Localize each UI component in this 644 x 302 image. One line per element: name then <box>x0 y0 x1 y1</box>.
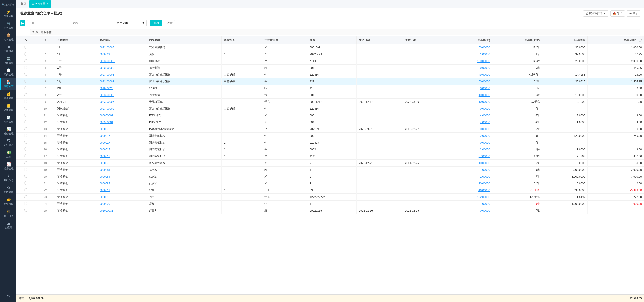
row-checkbox[interactable] <box>16 71 36 78</box>
sidebar-item-basic-info[interactable]: ℹ 基础信息 <box>0 172 16 184</box>
sidebar-item-cloud[interactable]: ☁ 云应用 <box>0 219 16 231</box>
row-unit-cost: 1.8197 <box>542 194 588 201</box>
sidebar-item-finance[interactable]: 💰 资金管理 <box>0 90 16 102</box>
row-checkbox[interactable] <box>16 105 36 112</box>
row-checkbox[interactable] <box>16 99 36 105</box>
row-unit: 支 <box>262 160 307 167</box>
filter-expand-button[interactable]: ▶ <box>20 20 25 26</box>
page-header: 现存量查询(按仓库＋批次) 🖨 按模板打印 ▼ 📤 导出 👁 显示 <box>16 8 644 18</box>
row-unit-cost: 120.0000 <box>542 132 588 139</box>
row-goods-code: 0000017 <box>97 153 147 160</box>
total-cost-info-icon[interactable]: i <box>638 39 642 42</box>
table-container[interactable]: ⊙ # 仓库名称 商品编码 商品名称 <box>16 37 644 294</box>
col-produce-date: 生产日期 <box>356 37 403 44</box>
row-checkbox[interactable] <box>16 146 36 153</box>
sidebar-item-general-ledger[interactable]: 📒 总账管理 <box>0 102 16 113</box>
row-checkbox[interactable] <box>16 167 36 173</box>
sidebar-gear-button[interactable]: ⚙ <box>0 292 16 300</box>
sidebar-item-ops-mgmt[interactable]: 📈 经营管理 <box>0 161 16 172</box>
row-produce-date: 2021-12-21 <box>356 160 403 167</box>
row-expire-date <box>403 139 449 146</box>
expand-conditions-button[interactable]: ▼ 展开更多条件 <box>30 29 640 35</box>
tab-close-icon[interactable]: ✕ <box>46 3 49 6</box>
row-checkbox[interactable] <box>16 119 36 126</box>
sidebar-item-label: 电商管理 <box>4 61 14 65</box>
row-checkbox[interactable] <box>16 126 36 132</box>
row-spec: 1 <box>222 194 262 201</box>
row-goods-name: 测购批次 <box>147 58 222 65</box>
row-goods-code: 000900001 <box>97 119 147 126</box>
sidebar-item-purchase[interactable]: 📋 采购管理 <box>0 66 16 78</box>
sidebar-item-enterprise[interactable]: 🤝 企业协同 <box>0 196 16 208</box>
row-checkbox[interactable] <box>16 180 36 187</box>
row-checkbox[interactable] <box>16 139 36 146</box>
sidebar-item-quick-nav[interactable]: ⚡ 快捷导航 <box>0 8 16 20</box>
row-checkbox[interactable] <box>16 51 36 58</box>
row-warehouse: 晋省粮仓 <box>55 167 97 173</box>
col-expire-date: 失效日期 <box>403 37 449 44</box>
row-checkbox[interactable] <box>16 58 36 65</box>
row-warehouse: 晋省粮仓 <box>55 126 97 132</box>
row-checkbox[interactable] <box>16 173 36 180</box>
sidebar-item-system[interactable]: ⚙ 系统管理 <box>0 184 16 196</box>
tab-inventory-batch-label: 库存批次量 <box>32 2 45 6</box>
row-checkbox[interactable] <box>16 160 36 167</box>
sidebar-item-mini-shop[interactable]: 🖥 小超电商 <box>0 43 16 55</box>
row-checkbox[interactable] <box>16 153 36 160</box>
row-produce-date <box>356 85 403 92</box>
row-checkbox[interactable] <box>16 44 36 51</box>
row-goods-code: 000097 <box>97 126 147 132</box>
row-warehouse: 晋省粮仓 <box>55 132 97 139</box>
row-checkbox[interactable] <box>16 201 36 207</box>
category-filter[interactable]: 商品分类 ▼ <box>115 20 146 26</box>
footer-qty-total: 6,302.60000 <box>28 297 44 300</box>
row-checkbox[interactable] <box>16 207 36 214</box>
row-expire-date <box>403 180 449 187</box>
sidebar-item-tax[interactable]: 📊 税务管理 <box>0 125 16 137</box>
print-button[interactable]: 🖨 按模板打印 ▼ <box>583 11 608 17</box>
row-checkbox[interactable] <box>16 132 36 139</box>
row-goods-code: 0000078 <box>97 160 147 167</box>
row-spec <box>222 65 262 71</box>
sidebar-item-invoice[interactable]: 🧾 发票管理 <box>0 113 16 125</box>
row-checkbox[interactable] <box>16 112 36 119</box>
display-button[interactable]: 👁 显示 <box>626 11 640 17</box>
row-checkbox[interactable] <box>16 92 36 99</box>
row-expire-date <box>403 167 449 173</box>
goods-filter[interactable] <box>71 20 109 26</box>
sidebar-item-payroll[interactable]: 💵 工资 <box>0 149 16 161</box>
row-checkbox[interactable] <box>16 187 36 194</box>
row-goods-name: 富城（白色/奶糖） <box>147 105 222 112</box>
tab-inventory-batch[interactable]: 库存批次量 ✕ <box>29 1 51 8</box>
row-goods-name: 测试电笔批次 <box>147 139 222 146</box>
row-checkbox[interactable] <box>16 85 36 92</box>
sidebar-item-inventory[interactable]: 🏪 库存核查 <box>0 78 16 90</box>
row-goods-name: 批次遴选 <box>147 92 222 99</box>
sidebar-item-ecommerce[interactable]: 💻 电商管理 <box>0 55 16 66</box>
tab-home-label: 首页 <box>21 2 26 6</box>
row-checkbox[interactable] <box>16 194 36 201</box>
sidebar-item-newbie[interactable]: 🎓 新手引导 <box>0 208 16 219</box>
export-button[interactable]: 📤 导出 <box>610 11 625 17</box>
row-batch: 2 <box>308 160 356 167</box>
sidebar-item-retail[interactable]: 🛒 零售管理 <box>0 20 16 31</box>
row-checkbox[interactable] <box>16 65 36 71</box>
sidebar-item-wholesale[interactable]: 📦 批发管理 <box>0 31 16 43</box>
row-unit-cost: 333.0000 <box>542 187 588 194</box>
row-qty-main: 100.00000 <box>449 58 492 65</box>
query-button[interactable]: 查询 <box>150 20 162 26</box>
warehouse-filter[interactable] <box>27 20 65 26</box>
warehouse-input[interactable] <box>29 22 63 25</box>
col-unit: 主计量单位 <box>262 37 307 44</box>
goods-input[interactable] <box>73 22 107 25</box>
sidebar-item-fixed-assets[interactable]: 🏗 固定资产 <box>0 137 16 149</box>
row-checkbox[interactable] <box>16 78 36 85</box>
row-warehouse: 晋省粮仓 <box>55 201 97 207</box>
tab-home[interactable]: 首页 <box>18 1 29 8</box>
settings-button[interactable]: 设置 <box>165 20 175 26</box>
row-qty-main: 10.00000 <box>449 180 492 187</box>
row-goods-code: 0023-00005 <box>97 92 147 99</box>
table-row: 18 晋省粮仓 0000078 多头异色软线 支 2 2021-12-21 20… <box>16 160 644 167</box>
sidebar-item-label: 零售管理 <box>4 26 14 30</box>
sidebar-search[interactable]: 🔍 搜索菜单 <box>0 2 16 8</box>
